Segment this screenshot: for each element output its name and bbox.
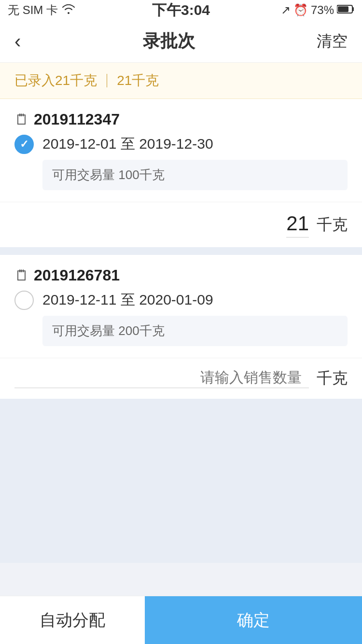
item-header-2: 🗒 2019126781	[14, 266, 348, 284]
item-date-2: 2019-12-11 至 2020-01-09	[42, 290, 213, 310]
item-header-1: 🗒 2019112347	[14, 111, 348, 128]
bottom-bar: 自动分配 确定	[0, 596, 362, 644]
item-available-1: 可用交易量 100千克	[42, 160, 348, 190]
item-id-1: 2019112347	[34, 111, 120, 128]
bottom-spacer	[0, 399, 362, 563]
nav-bar: ‹ 录批次 清空	[0, 20, 362, 63]
radio-checked-1[interactable]	[14, 135, 34, 154]
input-underline-2	[14, 369, 309, 388]
item-available-2: 可用交易量 200千克	[42, 316, 348, 346]
sale-unit-2: 千克	[317, 368, 348, 389]
battery-icon	[337, 3, 354, 17]
status-bar-right: ↗ ⏰ 73%	[281, 3, 354, 17]
sale-quantity-input[interactable]	[154, 369, 309, 386]
section-divider	[0, 247, 362, 255]
auto-distribute-button[interactable]: 自动分配	[0, 596, 145, 644]
doc-icon-1: 🗒	[14, 112, 29, 128]
radio-unchecked-2[interactable]	[14, 291, 34, 310]
item-card-2: 🗒 2019126781 2019-12-11 至 2020-01-09 可用交…	[0, 255, 362, 399]
location-icon: ↗	[281, 3, 291, 17]
status-bar: 无 SIM 卡 下午3:04 ↗ ⏰ 73%	[0, 0, 362, 20]
item-date-row-1[interactable]: 2019-12-01 至 2019-12-30	[14, 134, 348, 154]
page-title: 录批次	[143, 29, 195, 53]
amount-unit-1: 千克	[317, 214, 348, 236]
status-bar-time: 下午3:04	[152, 0, 210, 20]
back-button[interactable]: ‹	[14, 30, 21, 52]
item-card-1: 🗒 2019112347 2019-12-01 至 2019-12-30 可用交…	[0, 99, 362, 247]
input-row-2: 千克	[0, 358, 362, 399]
wifi-icon	[62, 3, 75, 17]
battery-text: 73%	[311, 3, 334, 17]
amount-value-1[interactable]: 21	[286, 212, 309, 235]
banner-divider	[107, 74, 107, 87]
alarm-icon: ⏰	[293, 3, 308, 17]
no-sim-text: 无 SIM 卡	[8, 2, 58, 18]
amount-underline-1: 21	[286, 212, 309, 238]
item-id-2: 2019126781	[34, 266, 120, 284]
svg-rect-2	[338, 6, 348, 12]
svg-rect-1	[352, 7, 354, 11]
clear-button[interactable]: 清空	[317, 31, 348, 52]
doc-icon-2: 🗒	[14, 267, 29, 284]
confirm-button[interactable]: 确定	[145, 596, 362, 644]
amount-row-1: 21 千克	[0, 202, 362, 247]
recorded-amount-label: 已录入21千克	[14, 71, 97, 90]
item-date-row-2[interactable]: 2019-12-11 至 2020-01-09	[14, 290, 348, 310]
info-banner: 已录入21千克 21千克	[0, 63, 362, 99]
status-bar-left: 无 SIM 卡	[8, 2, 75, 18]
item-date-1: 2019-12-01 至 2019-12-30	[42, 134, 213, 154]
banner-amount: 21千克	[117, 71, 159, 90]
